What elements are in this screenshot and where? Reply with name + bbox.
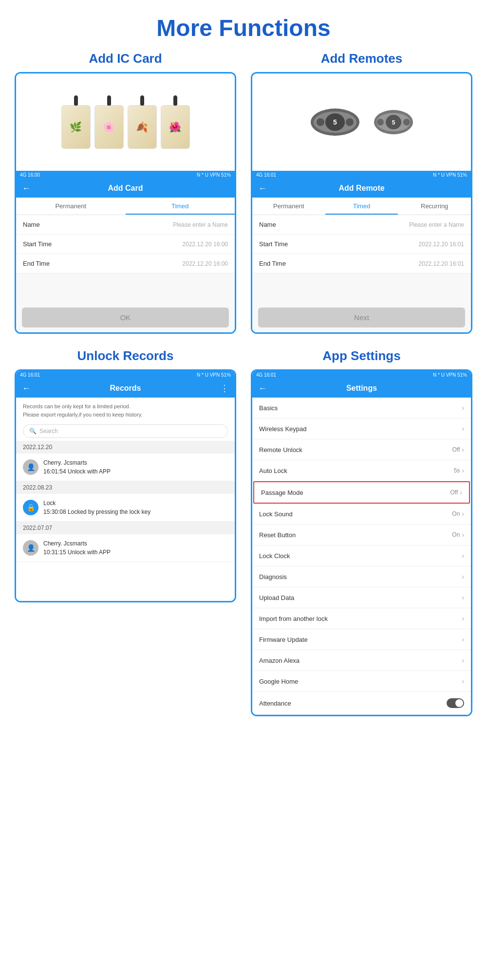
svg-point-11	[403, 119, 410, 126]
settings-label-remote-unlock: Remote Unlock	[259, 446, 302, 454]
add-remotes-section: Add Remotes 5 5	[251, 51, 472, 334]
add-remote-header-title: Add Remote	[338, 184, 384, 193]
status-bar-2: 4G 16:01 N * U VPN 51%	[252, 171, 471, 179]
settings-row-upload-data[interactable]: Upload Data ›	[252, 587, 471, 608]
settings-label-wireless-keypad: Wireless Keypad	[259, 425, 307, 433]
records-search-bar[interactable]: 🔍 Search	[23, 424, 228, 438]
records-header: ← Records ⋮	[16, 379, 235, 398]
remote-end-value[interactable]: 2022.12.20 16:01	[419, 260, 464, 267]
lock-sound-value: On	[452, 510, 460, 517]
tab-timed-remote[interactable]: Timed	[325, 198, 398, 215]
remote-next-button[interactable]: Next	[258, 308, 465, 327]
record-avatar-2: 🔒	[23, 500, 38, 515]
settings-app-ui: 4G 16:01 N * U VPN 51% ← Settings Basics…	[252, 371, 471, 715]
status-right-1: N * U VPN 51%	[197, 172, 231, 178]
attendance-toggle[interactable]	[447, 698, 464, 708]
app-settings-section: App Settings 4G 16:01 N * U VPN 51% ← Se…	[251, 348, 472, 716]
settings-right-reset: On ›	[452, 531, 464, 539]
records-header-title: Records	[110, 384, 141, 393]
records-info-text: Records can be only kept for a limited p…	[16, 398, 235, 421]
status-bar-3: 4G 16:01 N * U VPN 51%	[16, 371, 235, 379]
records-info-line1: Records can be only kept for a limited p…	[23, 402, 228, 411]
ic-cards-display: 🌿 🌸 🍂 🌺	[52, 86, 200, 159]
unlock-records-section: Unlock Records 4G 16:01 N * U VPN 51% ← …	[15, 348, 236, 716]
settings-right-upload: ›	[462, 594, 464, 601]
settings-row-diagnosis[interactable]: Diagnosis ›	[252, 566, 471, 587]
settings-label-diagnosis: Diagnosis	[259, 573, 287, 581]
settings-right-import: ›	[462, 615, 464, 622]
chevron-alexa: ›	[462, 656, 464, 664]
chevron-passage: ›	[460, 489, 462, 496]
record-user-3: Cherry. Jcsmarts	[43, 539, 111, 548]
back-arrow-4[interactable]: ←	[258, 383, 267, 394]
settings-row-amazon-alexa[interactable]: Amazon Alexa ›	[252, 650, 471, 671]
settings-row-reset-button[interactable]: Reset Button On ›	[252, 525, 471, 545]
auto-lock-value: 5s	[454, 467, 460, 474]
settings-frame: 4G 16:01 N * U VPN 51% ← Settings Basics…	[251, 369, 472, 716]
settings-label-reset-button: Reset Button	[259, 531, 296, 539]
tab-recurring-remote[interactable]: Recurring	[398, 198, 471, 215]
card-ok-button[interactable]: OK	[22, 308, 229, 327]
tab-permanent-card[interactable]: Permanent	[16, 198, 126, 215]
record-item-2: 🔒 Lock 15:30:08 Locked by pressing the l…	[16, 494, 235, 522]
records-menu-dots[interactable]: ⋮	[220, 383, 229, 394]
card-end-value[interactable]: 2022.12.20 16:00	[183, 260, 228, 267]
settings-row-basics[interactable]: Basics ›	[252, 398, 471, 418]
settings-row-google-home[interactable]: Google Home ›	[252, 671, 471, 692]
chevron-remote: ›	[462, 446, 464, 454]
status-right-4: N * U VPN 51%	[433, 372, 467, 378]
card-start-value[interactable]: 2022.12.20 16:00	[183, 241, 228, 248]
add-card-header-title: Add Card	[108, 184, 143, 193]
settings-right-locksound: On ›	[452, 510, 464, 518]
tab-permanent-remote[interactable]: Permanent	[252, 198, 325, 215]
settings-label-lock-sound: Lock Sound	[259, 510, 293, 518]
settings-row-auto-lock[interactable]: Auto Lock 5s ›	[252, 460, 471, 481]
records-frame: 4G 16:01 N * U VPN 51% ← Records ⋮ Recor…	[15, 369, 236, 602]
back-arrow-2[interactable]: ←	[258, 183, 267, 194]
date-header-1: 2022.12.20	[16, 441, 235, 454]
add-ic-card-title: Add IC Card	[89, 51, 162, 66]
remote-start-value[interactable]: 2022.12.20 16:01	[419, 241, 464, 248]
status-left-2: 4G 16:01	[256, 172, 276, 178]
remote-form-spacer	[252, 273, 471, 303]
chevron-wireless: ›	[462, 425, 464, 433]
record-avatar-1: 👤	[23, 459, 38, 475]
remote-name-value[interactable]: Please enter a Name	[409, 221, 464, 228]
record-action-1: 16:01:54 Unlock with APP	[43, 467, 111, 476]
card-name-row: Name Please enter a Name	[16, 215, 235, 235]
passage-mode-value: Off	[450, 489, 458, 496]
top-sections-grid: Add IC Card 🌿 🌸 🍂	[15, 51, 472, 334]
settings-right-alexa: ›	[462, 656, 464, 664]
settings-row-passage-mode[interactable]: Passage Mode Off ›	[253, 481, 470, 504]
settings-label-firmware: Firmware Update	[259, 636, 308, 643]
records-info-line2: Please export regularly,if you need to k…	[23, 411, 228, 419]
add-ic-card-section: Add IC Card 🌿 🌸 🍂	[15, 51, 236, 334]
record-text-2: Lock 15:30:08 Locked by pressing the loc…	[43, 499, 150, 516]
settings-label-import-lock: Import from another lock	[259, 615, 328, 622]
bottom-sections-grid: Unlock Records 4G 16:01 N * U VPN 51% ← …	[15, 348, 472, 716]
remote-name-label: Name	[259, 221, 276, 228]
back-arrow-3[interactable]: ←	[22, 383, 31, 394]
settings-row-lock-sound[interactable]: Lock Sound On ›	[252, 504, 471, 525]
settings-label-lock-clock: Lock Clock	[259, 552, 290, 560]
status-bar-4: 4G 16:01 N * U VPN 51%	[252, 371, 471, 379]
card-start-label: Start Time	[23, 240, 52, 248]
settings-row-attendance[interactable]: Attendance	[252, 692, 471, 715]
back-arrow-1[interactable]: ←	[22, 183, 31, 194]
settings-row-import-lock[interactable]: Import from another lock ›	[252, 608, 471, 629]
svg-text:5: 5	[392, 119, 395, 126]
settings-row-wireless-keypad[interactable]: Wireless Keypad ›	[252, 418, 471, 439]
settings-row-lock-clock[interactable]: Lock Clock ›	[252, 545, 471, 566]
settings-row-remote-unlock[interactable]: Remote Unlock Off ›	[252, 439, 471, 460]
ic-card-2: 🌸	[94, 105, 124, 149]
date-header-2: 2022.08.23	[16, 481, 235, 494]
card-name-value[interactable]: Please enter a Name	[173, 221, 228, 228]
settings-label-google-home: Google Home	[259, 678, 298, 685]
card-end-row: End Time 2022.12.20 16:00	[16, 254, 235, 273]
add-card-header: ← Add Card	[16, 179, 235, 198]
settings-header: ← Settings	[252, 379, 471, 398]
chevron-lockclock: ›	[462, 552, 464, 560]
tab-timed-card[interactable]: Timed	[126, 198, 235, 215]
card-name-label: Name	[23, 221, 40, 228]
settings-row-firmware[interactable]: Firmware Update ›	[252, 629, 471, 650]
